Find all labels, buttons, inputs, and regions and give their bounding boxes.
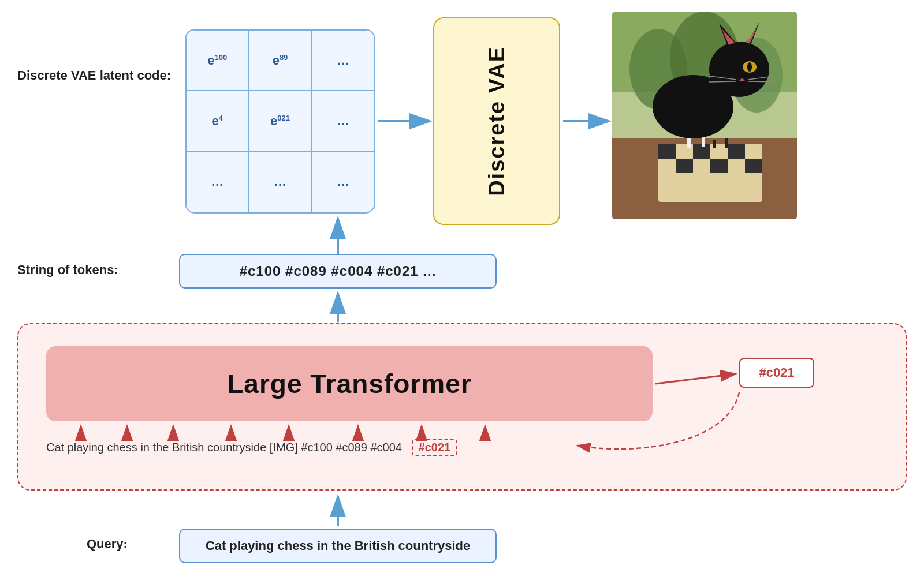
svg-line-35 [748, 81, 775, 82]
grid-cell-dots-2: … [311, 91, 374, 151]
tokens-box: #c100 #c089 #c004 #c021 ... [179, 254, 497, 289]
grid-cell-dots-1: … [311, 30, 374, 91]
svg-rect-11 [728, 144, 745, 159]
tokens-label: String of tokens: [17, 263, 118, 278]
grid-cell-e100: e100 [186, 30, 249, 91]
grid-cell-e4: e4 [186, 91, 249, 151]
query-box: Cat playing chess in the British country… [179, 529, 497, 563]
svg-rect-15 [693, 159, 710, 173]
svg-rect-7 [658, 144, 676, 159]
grid-cell-e021: e021 [249, 91, 312, 151]
svg-line-37 [709, 81, 736, 82]
svg-rect-24 [725, 138, 728, 148]
grid-cell-dots-4: … [249, 152, 312, 212]
grid-cell-dots-5: … [311, 152, 374, 212]
discrete-vae-label: Discrete VAE [485, 46, 509, 196]
svg-rect-23 [713, 140, 716, 148]
output-token-box: #c021 [739, 358, 814, 388]
svg-point-32 [747, 62, 752, 72]
svg-rect-14 [676, 159, 693, 173]
svg-rect-17 [728, 159, 745, 173]
svg-rect-12 [745, 144, 762, 159]
input-sequence: Cat playing chess in the British country… [46, 439, 457, 456]
query-label: Query: [87, 537, 128, 552]
grid-cell-dots-3: … [186, 152, 249, 212]
input-sequence-text: Cat playing chess in the British country… [46, 441, 402, 454]
svg-rect-13 [658, 159, 676, 173]
grid-cell-e89: e89 [249, 30, 312, 91]
svg-rect-16 [710, 159, 728, 173]
latent-code-label: Discrete VAE latent code: [17, 68, 171, 83]
latent-grid: e100 e89 … e4 e021 … … … … [185, 29, 375, 214]
discrete-vae-box: Discrete VAE [433, 17, 560, 225]
svg-rect-18 [745, 159, 762, 173]
transformer-inner-box: Large Transformer [46, 346, 653, 421]
input-token-highlight: #c021 [412, 439, 458, 456]
cat-image [612, 12, 797, 219]
svg-point-26 [709, 42, 769, 97]
transformer-label: Large Transformer [227, 368, 471, 399]
